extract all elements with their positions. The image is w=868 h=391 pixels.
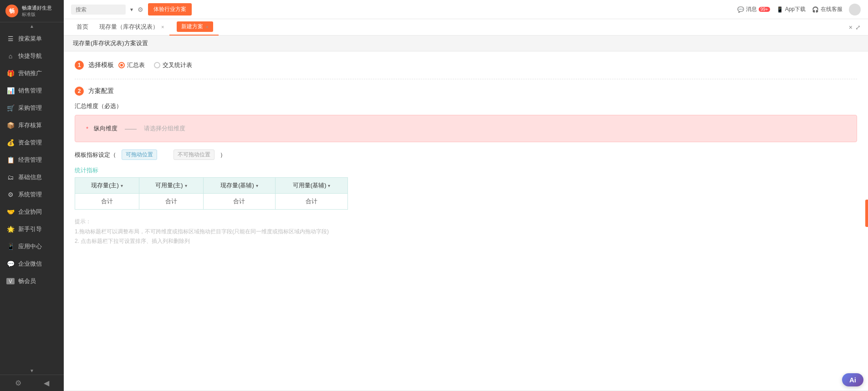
sidebar-item-marketing[interactable]: 🎁 营销推广 <box>0 65 64 82</box>
sidebar-item-system[interactable]: ⚙ 系统管理 <box>0 186 64 203</box>
sidebar-item-enterprise[interactable]: 🤝 企业协同 <box>0 203 64 221</box>
sidebar-item-label: 销售管理 <box>18 87 42 95</box>
page-title: 现存量(库存状况表)方案设置 <box>64 36 868 51</box>
app-name: 畅康通好生意 <box>22 5 52 11</box>
sidebar-item-app-center[interactable]: 📱 应用中心 <box>0 238 64 255</box>
sidebar-item-label: 资金管理 <box>18 139 42 147</box>
search-input[interactable] <box>71 5 126 15</box>
close-panel-button[interactable]: × <box>849 24 853 31</box>
sidebar-item-label: 基础信息 <box>18 173 42 181</box>
sidebar-item-basic-info[interactable]: 🗂 基础信息 <box>0 169 64 186</box>
tab-new-scheme-close-icon[interactable]: × <box>205 24 208 30</box>
sidebar-item-new-guide[interactable]: 🌟 新手引导 <box>0 221 64 238</box>
sidebar-item-label: 企业微信 <box>18 260 42 268</box>
sidebar-item-enterprise-wx[interactable]: 💬 企业微信 <box>0 255 64 273</box>
step1-header: 1 选择模板 汇总表 交叉统计表 <box>75 61 857 70</box>
sidebar-item-label: 采购管理 <box>18 104 42 112</box>
sidebar-item-label: 系统管理 <box>18 190 42 199</box>
messages-button[interactable]: 💬 消息 99+ <box>737 5 770 13</box>
cell-available-aux-total: 合计 <box>276 194 348 210</box>
gear-icon[interactable]: ⚙ <box>138 6 143 13</box>
step-divider <box>75 79 857 79</box>
chevron-current-main-icon: ▾ <box>121 183 123 188</box>
cell-current-aux-total: 合计 <box>203 194 276 210</box>
topbar-left: ▾ ⚙ 体验行业方案 <box>71 3 192 15</box>
sidebar-item-finance[interactable]: 💰 资金管理 <box>0 134 64 151</box>
app-icon: 📱 <box>6 243 15 250</box>
cell-current-main-total: 合计 <box>75 194 139 210</box>
members-icon: V <box>6 278 15 284</box>
expand-panel-button[interactable]: ⤢ <box>855 24 861 31</box>
sidebar-item-label: 营销推广 <box>18 69 42 77</box>
gift-icon: 🎁 <box>6 70 15 77</box>
step1-num: 1 <box>75 61 84 70</box>
step1-section: 1 选择模板 汇总表 交叉统计表 <box>75 61 857 70</box>
dimension-name: 纵向维度 <box>94 124 117 133</box>
content-area: 现存量(库存状况表)方案设置 1 选择模板 汇总表 交叉统计表 <box>64 36 868 391</box>
sidebar-item-sales[interactable]: 📊 销售管理 <box>0 82 64 99</box>
sidebar-footer: ⚙ ◀ <box>0 375 64 391</box>
th-available-aux[interactable]: 可用量(基辅) ▾ <box>276 178 348 194</box>
ai-float-button[interactable]: Ai <box>842 373 863 386</box>
radio-summary-dot <box>118 62 125 68</box>
step2-header: 2 方案配置 <box>75 87 857 96</box>
step2-label: 方案配置 <box>88 87 114 95</box>
messages-icon: 💬 <box>737 6 744 13</box>
collapse-icon[interactable]: ◀ <box>44 379 49 387</box>
indicator-not-drag-label <box>163 151 168 159</box>
tab-home[interactable]: 首页 <box>71 19 94 36</box>
th-current-main[interactable]: 现存量(主) ▾ <box>75 178 139 194</box>
radio-summary[interactable]: 汇总表 <box>118 61 145 69</box>
online-support-button[interactable]: 🎧 在线客服 <box>812 5 842 13</box>
cell-available-main-total: 合计 <box>139 194 203 210</box>
th-current-aux[interactable]: 现存量(基辅) ▾ <box>203 178 276 194</box>
table-row: 合计 合计 合计 合计 <box>75 194 348 210</box>
sidebar-item-search-menu[interactable]: ☰ 搜索菜单 <box>0 30 64 47</box>
chevron-current-aux-icon: ▾ <box>256 183 258 188</box>
sidebar-item-purchase[interactable]: 🛒 采购管理 <box>0 99 64 117</box>
dimension-box[interactable]: * 纵向维度 —— 请选择分组维度 <box>75 115 857 142</box>
template-radio-group: 汇总表 交叉统计表 <box>118 61 192 69</box>
sidebar-scroll-down[interactable]: ▼ <box>0 367 64 375</box>
basic-info-icon: 🗂 <box>6 174 15 181</box>
search-menu-icon: ☰ <box>6 35 15 42</box>
messages-badge: 99+ <box>759 7 770 12</box>
dimension-placeholder: 请选择分组维度 <box>144 124 185 133</box>
indicator-row: 模板指标设定（ 可拖动位置 不可拖动位置 ） <box>75 149 857 160</box>
scheme-panel: 1 选择模板 汇总表 交叉统计表 <box>64 51 868 391</box>
app-download-button[interactable]: 📱 App下载 <box>776 5 806 13</box>
draggable-indicator-tag: 可拖动位置 <box>122 149 157 160</box>
tab-new-scheme-label[interactable]: 新建方案 × <box>177 21 213 32</box>
finance-icon: 💰 <box>6 139 15 146</box>
sidebar-item-label: 快捷导航 <box>18 52 42 60</box>
sidebar-item-members[interactable]: V 畅会员 <box>0 273 64 290</box>
enterprise-icon: 🤝 <box>6 208 15 216</box>
sidebar-item-quick-nav[interactable]: ⌂ 快捷导航 <box>0 47 64 65</box>
tab-inventory-close-icon[interactable]: × <box>161 24 164 30</box>
industry-plan-button[interactable]: 体验行业方案 <box>148 3 192 15</box>
tab-new-scheme[interactable]: 新建方案 × <box>169 19 218 36</box>
sidebar-item-operations[interactable]: 📋 经营管理 <box>0 151 64 169</box>
sidebar-item-label: 搜索菜单 <box>18 35 42 43</box>
tab-actions: × ⤢ <box>849 24 861 31</box>
sidebar-item-inventory[interactable]: 📦 库存核算 <box>0 117 64 134</box>
app-logo: 畅 畅康通好生意 标准版 <box>0 0 64 22</box>
headset-icon: 🎧 <box>812 6 819 13</box>
purchase-icon: 🛒 <box>6 104 15 112</box>
step2-section: 2 方案配置 汇总维度（必选） * 纵向维度 —— 请选择分组维度 模板指标设定… <box>75 87 857 247</box>
settings-icon[interactable]: ⚙ <box>15 379 21 387</box>
dropdown-icon[interactable]: ▾ <box>130 6 133 13</box>
tab-inventory-status[interactable]: 现存量（库存状况表） × <box>94 19 169 36</box>
home-icon: ⌂ <box>6 52 15 60</box>
tip-item-1: 1.拖动标题栏可以调整布局，不可跨维度或指标区域拖动拦目字段(只能在同一维度或指… <box>75 227 857 237</box>
sidebar-item-label: 经营管理 <box>18 156 42 164</box>
sidebar-scroll-up[interactable]: ▲ <box>0 22 64 30</box>
stats-section-label: 统计指标 <box>75 166 857 175</box>
th-available-main[interactable]: 可用量(主) ▾ <box>139 178 203 194</box>
step1-label: 选择模板 <box>88 61 114 69</box>
not-draggable-indicator-tag: 不可拖动位置 <box>174 149 214 160</box>
chevron-available-aux-icon: ▾ <box>328 183 330 188</box>
radio-crosstab-dot <box>154 62 160 68</box>
radio-crosstab[interactable]: 交叉统计表 <box>154 61 192 69</box>
avatar[interactable] <box>849 4 861 15</box>
